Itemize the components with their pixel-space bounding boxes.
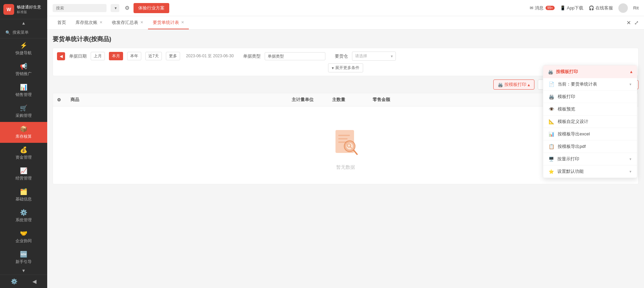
template-custom-item[interactable]: 📐 模板自定义设计 — [543, 116, 637, 128]
message-btn[interactable]: ✉ 消息 99+ — [530, 5, 555, 11]
template-print-label: 模板打印 — [558, 94, 575, 100]
sidebar-item-label: 快捷导航 — [16, 50, 32, 56]
tabbar: 首页 库存批次账 ✕ 收发存汇总表 ✕ 要货单统计表 ✕ ✕ ⤢ — [47, 16, 644, 30]
print-icon: 🖨️ — [549, 94, 554, 99]
template-excel-item[interactable]: 📊 按模板导出excel — [543, 128, 637, 140]
sidebar-item-collab[interactable]: 🤝 企业协同 — [0, 226, 47, 247]
current-template-item[interactable]: 📄 当前：要货单统计表 ▾ — [543, 78, 637, 91]
tab-label: 要货单统计表 — [153, 20, 179, 26]
sidebar-settings-icon[interactable]: ⚙️ — [11, 278, 18, 285]
tab-label: 库存批次账 — [76, 20, 97, 26]
warehouse-placeholder: 请选择 — [355, 54, 367, 58]
sidebar-search[interactable]: 🔍 搜索菜单 — [0, 27, 47, 38]
chevron-up-icon: ▴ — [528, 82, 530, 87]
tab-order-stats[interactable]: 要货单统计表 ✕ — [148, 16, 189, 29]
sidebar-item-operation[interactable]: 📈 经营管理 — [0, 164, 47, 185]
sidebar-item-label: 营销推广 — [16, 71, 32, 77]
template-preview-label: 模板预览 — [558, 106, 575, 112]
tab-home[interactable]: 首页 — [53, 16, 71, 29]
svg-rect-1 — [338, 135, 350, 136]
message-icon: ✉ — [530, 5, 533, 10]
chevron-left-icon: ◀ — [60, 54, 63, 59]
date-btn-more[interactable]: 更多 — [166, 52, 180, 60]
chevron-right-icon: ▾ — [630, 169, 632, 174]
current-template-group: 📄 当前：要货单统计表 — [549, 81, 597, 87]
page-content: 要货单统计表(按商品) ◀ 单据日期 上月 本月 本年 近7天 更多 2023-… — [47, 30, 644, 288]
inventory-icon: 📦 — [20, 125, 27, 133]
tab-receipt-summary[interactable]: 收发存汇总表 ✕ — [107, 16, 148, 29]
col-product: 商品 — [70, 97, 292, 103]
close-icon[interactable]: ✕ — [181, 20, 184, 25]
tab-label: 收发存汇总表 — [112, 20, 138, 26]
sidebar-item-label: 库存核算 — [16, 134, 32, 139]
industry-btn[interactable]: 体验行业方案 — [134, 3, 169, 13]
user-name: Rit — [633, 5, 639, 10]
message-label: 消息 — [535, 5, 544, 11]
avatar[interactable] — [618, 3, 628, 13]
expand-tab-icon[interactable]: ⤢ — [634, 20, 639, 26]
template-print-item[interactable]: 🖨️ 模板打印 — [543, 91, 637, 103]
expand-conditions-btn[interactable]: ▾ 展开更多条件 — [328, 63, 363, 72]
date-btn-this-month[interactable]: 本月 — [109, 52, 123, 60]
template-excel-label: 按模板导出excel — [558, 131, 590, 137]
tab-inventory-batch[interactable]: 库存批次账 ✕ — [71, 16, 107, 29]
topbar-search-input[interactable] — [53, 4, 107, 12]
gear-icon[interactable]: ⚙ — [125, 5, 129, 11]
chevron-down-icon: ▾ — [391, 54, 393, 59]
topbar-dropdown[interactable]: ▾ — [111, 4, 119, 12]
excel-icon: 📊 — [549, 131, 554, 137]
template-pdf-label: 按模板导出pdf — [558, 143, 586, 150]
print-label: 按模板打印 — [504, 82, 526, 88]
sidebar-item-guide[interactable]: 🆕 新手引导 — [0, 247, 47, 267]
sidebar-item-system[interactable]: ⚙️ 系统管理 — [0, 205, 47, 226]
close-icon[interactable]: ✕ — [99, 20, 103, 25]
sidebar-logo: W 畅捷通好生意 标准版 — [0, 0, 47, 19]
sidebar-item-label: 销售管理 — [16, 92, 32, 98]
print-btn[interactable]: 🖨️ 按模板打印 ▴ — [493, 79, 534, 90]
date-btn-last-month[interactable]: 上月 — [91, 52, 105, 60]
sidebar-nav: ⚡ 快捷导航 📢 营销推广 📊 销售管理 🛒 采购管理 📦 库存核算 💰 资金管… — [0, 38, 47, 267]
display-print-icon: 🖥️ — [549, 157, 554, 162]
close-tab-icon[interactable]: ✕ — [626, 20, 631, 26]
type-select[interactable]: 单据类型 — [265, 52, 325, 60]
sidebar-item-quick-nav[interactable]: ⚡ 快捷导航 — [0, 38, 47, 59]
default-icon: ⭐ — [549, 169, 554, 174]
template-preview-item[interactable]: 👁️ 模板预览 — [543, 103, 637, 116]
template-custom-label: 模板自定义设计 — [558, 119, 588, 125]
sidebar-item-inventory[interactable]: 📦 库存核算 — [0, 122, 47, 143]
collapse-filter-btn[interactable]: ◀ — [57, 52, 65, 60]
sidebar-item-label: 基础信息 — [16, 196, 32, 202]
sidebar-item-label: 采购管理 — [16, 113, 32, 119]
print-dropdown-header[interactable]: 🖨️ 按模板打印 ▴ — [543, 65, 637, 78]
pdf-icon: 📋 — [549, 144, 554, 149]
printer-icon: 🖨️ — [548, 69, 553, 74]
online-service-btn[interactable]: 🎧 在线客服 — [589, 5, 613, 11]
display-print-item[interactable]: 🖥️ 按显示打印 ▾ — [543, 153, 637, 165]
marketing-icon: 📢 — [20, 63, 27, 70]
date-btn-7days[interactable]: 近7天 — [145, 52, 162, 60]
svg-rect-2 — [338, 138, 348, 139]
basic-icon: 🗂️ — [20, 188, 27, 195]
warehouse-label: 要货仓 — [335, 53, 348, 59]
close-icon[interactable]: ✕ — [140, 20, 143, 25]
sidebar-item-finance[interactable]: 💰 资金管理 — [0, 143, 47, 164]
set-default-item[interactable]: ⭐ 设置默认功能 ▾ — [543, 165, 637, 178]
sidebar-scroll-up[interactable]: ▲ — [0, 19, 47, 27]
type-select-wrapper: 单据类型 — [265, 52, 325, 60]
sidebar-collapse-icon[interactable]: ◀ — [32, 278, 36, 285]
logo-icon: W — [3, 4, 14, 15]
warehouse-select[interactable]: 请选择 ▾ — [352, 52, 396, 61]
sidebar-item-purchase[interactable]: 🛒 采购管理 — [0, 101, 47, 122]
date-btn-this-year[interactable]: 本年 — [127, 52, 141, 60]
app-download-icon: 📱 — [560, 5, 565, 10]
col-amount: 零售金额 — [373, 97, 413, 103]
print-dropdown: 🖨️ 按模板打印 ▴ 📄 当前：要货单统计表 ▾ 🖨️ 模板打印 � — [543, 65, 637, 178]
sidebar-scroll-down[interactable]: ▼ — [0, 267, 47, 275]
template-pdf-item[interactable]: 📋 按模板导出pdf — [543, 140, 637, 153]
app-download-btn[interactable]: 📱 App下载 — [560, 5, 583, 11]
sidebar-item-sales[interactable]: 📊 销售管理 — [0, 80, 47, 101]
sidebar-item-marketing[interactable]: 📢 营销推广 — [0, 59, 47, 80]
sidebar-search-label: 搜索菜单 — [12, 30, 29, 35]
sidebar-item-basic[interactable]: 🗂️ 基础信息 — [0, 185, 47, 205]
quick-nav-icon: ⚡ — [20, 42, 27, 49]
